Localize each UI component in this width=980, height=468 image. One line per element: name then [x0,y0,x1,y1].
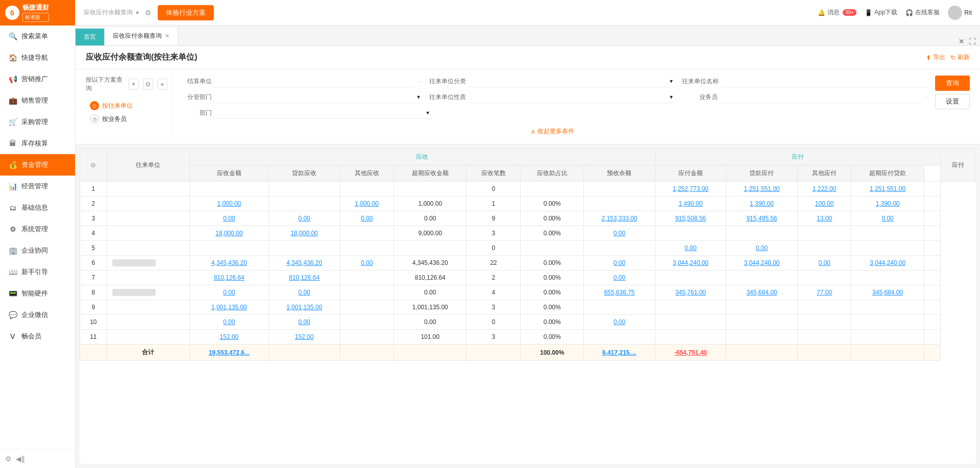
sub-dept-select[interactable]: ▾ [215,107,432,119]
sidebar-footer: ⚙ ◀‖ [0,449,75,468]
sidebar-item-operations[interactable]: 📊 经营管理 [0,176,75,197]
filter-field-settlement: 结算单位 ··· [176,76,423,87]
sidebar-item-enterprise[interactable]: 🏢 企业协同 [0,240,75,261]
settings-col-header[interactable]: ⚙ [80,149,107,182]
ap-amount-header: 应付金额 [655,165,726,182]
sidebar: 6 畅捷通财 标准版 🔍 搜索菜单 🏠 快捷导航 📢 营销推广 💼 销售管理 🛒… [0,0,76,468]
by-unit-icon: ⊙ [90,101,99,110]
summary-ar-prepay[interactable]: 6,417,215.... [584,344,655,361]
refresh-button[interactable]: ↻ 刷新 [950,53,970,62]
marketing-icon: 📢 [8,75,17,83]
sidebar-item-sales[interactable]: 💼 销售管理 [0,90,75,111]
sidebar-item-smart[interactable]: 📟 智能硬件 [0,283,75,304]
sidebar-item-marketing[interactable]: 📢 营销推广 [0,68,75,90]
tab-query[interactable]: 应收应付余额查询 ✕ [105,28,178,45]
collapse-button[interactable]: ∧ 收起更多条件 [176,125,929,138]
sidebar-settings-button[interactable]: ⚙ [5,455,12,463]
tab-close-button[interactable]: ✕ [165,33,169,39]
settlement-unit-input[interactable] [215,76,415,87]
notifications-button[interactable]: 🔔 消息 99+ [818,8,856,17]
search-icon: 🔍 [8,32,17,40]
filter-collapse-left-button[interactable]: « [157,79,167,90]
filter-row-2: 分管部门 ▾ 往来单位性质 ▾ 业务员 [176,91,929,103]
cta-button[interactable]: 体验行业方案 [158,5,214,20]
sidebar-item-member[interactable]: Ⅴ 畅会员 [0,326,75,347]
filter-area: 按以下方案查询 + ⊙ « ⊙ 按往来单位 ◷ 按业务员 [76,69,980,144]
summary-ap-amount[interactable]: -654,751.40 [655,344,726,361]
capital-icon: 💰 [8,161,17,169]
logo-icon: 6 [5,6,19,20]
operations-icon: 📊 [8,182,17,190]
ap-overdue-header: 超期应付贷款 [851,165,924,182]
app-download-button[interactable]: 📱 App下载 [865,8,897,17]
filter-field-staff: 业务员 ··· [682,91,929,103]
bell-icon: 🔔 [818,9,825,16]
sidebar-item-wechat[interactable]: 💬 企业微信 [0,304,75,326]
ar-count-header: 应收笔数 [467,165,521,182]
filter-top: 按以下方案查询 + ⊙ « [86,76,167,93]
table-row: 6██████████4,345,436.204,345,436.200.004… [80,256,976,270]
ap-loan-header: 贷款应付 [726,165,798,182]
sidebar-item-search[interactable]: 🔍 搜索菜单 [0,26,75,47]
sidebar-item-system[interactable]: ⚙ 系统管理 [0,218,75,240]
tab-home[interactable]: 首页 [76,29,105,45]
page-title: 应收应付余额查询(按往来单位) [86,52,198,69]
staff-input[interactable] [721,91,921,103]
filter-rows: 结算单位 ··· 往来单位分类 ▾ 往来单位名称 [176,76,929,138]
table-settings-icon[interactable]: ⚙ [90,162,96,169]
table-row: 500.000.00 [80,241,976,256]
sidebar-item-purchase[interactable]: 🛒 采购管理 [0,111,75,133]
logo-text: 畅捷通财 标准版 [22,4,49,22]
ar-amount-header: 应收金额 [190,165,269,182]
table-row: 11152.00152.00101.0030.00% [80,330,976,344]
filter-row-1: 结算单位 ··· 往来单位分类 ▾ 往来单位名称 [176,76,929,87]
online-service-button[interactable]: 🎧 在线客服 [905,8,940,17]
breadcrumb: 应收应付余额查询 ▾ [84,8,139,17]
filter-content: 按以下方案查询 + ⊙ « ⊙ 按往来单位 ◷ 按业务员 [86,76,970,138]
unit-type-select[interactable]: ▾ [469,76,676,87]
filter-row-3: 部门 ▾ [176,107,929,119]
filter-field-sub-dept: 部门 ▾ [176,107,432,119]
table-row: 101,252,773.001,251,551.001,222.001,251,… [80,182,976,196]
sales-icon: 💼 [8,96,17,105]
sidebar-item-inventory[interactable]: 🏛 库存核算 [0,133,75,154]
sidebar-item-quicknav[interactable]: 🏠 快捷导航 [0,47,75,68]
ar-other-header: 其他应收 [340,165,394,182]
table-row: 418,000.0018,000.009,000.0030.00%0.00 [80,226,976,241]
base-icon: 🗂 [8,204,17,212]
dept-select[interactable]: ▾ [215,91,423,103]
close-window-button[interactable]: ✕ [959,37,965,45]
unit-nature-select[interactable]: ▾ [469,91,676,103]
filter-settings-button[interactable]: ⊙ [143,79,153,90]
sidebar-collapse-button[interactable]: ◀‖ [16,455,25,463]
staff-dots-button[interactable]: ··· [924,94,929,101]
unit-name-input[interactable] [722,76,929,87]
table-row: 21,000.001,000.001,000.0010.00%1,490.001… [80,196,976,211]
sidebar-logo: 6 畅捷通财 标准版 [0,0,75,26]
summary-ar-ratio: 100.00% [521,344,584,361]
purchase-icon: 🛒 [8,118,17,126]
tabbar: 首页 应收应付余额查询 ✕ ✕ ⛶ [76,26,980,46]
filter-option-by-unit[interactable]: ⊙ 按往来单位 [86,99,167,112]
summary-ar-amount[interactable]: 19,553,472,6... [190,344,269,361]
action-buttons: 查询 设置 [929,76,970,138]
query-button[interactable]: 查询 [935,76,970,91]
filter-add-button[interactable]: + [129,79,139,90]
sidebar-item-capital[interactable]: 💰 资金管理 [0,154,75,176]
filter-option-by-staff[interactable]: ◷ 按业务员 [86,112,167,126]
username-label: Rit [964,9,972,16]
topbar-right: 🔔 消息 99+ 📱 App下载 🎧 在线客服 Rit [818,6,972,20]
setting-button[interactable]: 设置 [935,94,970,109]
sidebar-item-base[interactable]: 🗂 基础信息 [0,197,75,218]
ar-group-header: 应收 [190,149,655,165]
settings-icon[interactable]: ⚙ [145,9,152,17]
sidebar-item-guide[interactable]: 📖 新手引导 [0,261,75,283]
maximize-button[interactable]: ⛶ [969,37,976,45]
export-button[interactable]: ⬆ 导出 [926,53,945,62]
filter-divider [172,76,172,138]
user-avatar[interactable]: Rit [948,6,972,20]
summary-label: 合计 [107,344,189,361]
settlement-dots-button[interactable]: ··· [418,78,423,85]
page-header: 应收应付余额查询(按往来单位) ⬆ 导出 ↻ 刷新 [76,46,980,69]
summary-row: 合计 19,553,472,6... 100.00% 6,417,215....… [80,344,976,361]
